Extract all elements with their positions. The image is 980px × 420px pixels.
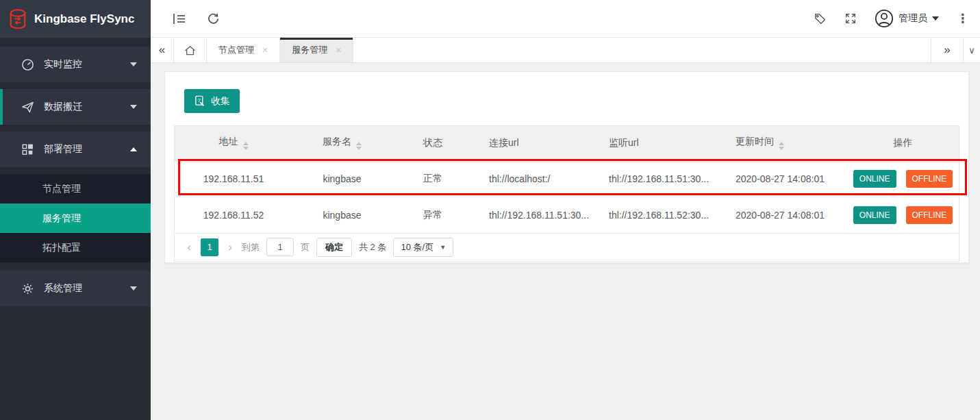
- cell-connect-url: thl://192.168.11.51:30...: [474, 197, 594, 233]
- page-size-select[interactable]: 10 条/页 ▼: [393, 238, 453, 257]
- sidebar-item-data-migration[interactable]: 数据搬迁: [0, 89, 151, 125]
- refresh-icon[interactable]: [207, 12, 220, 25]
- column-header-address[interactable]: 地址: [175, 126, 292, 160]
- main-area: 管理员 ⋮ « 节点管理 × 服务管理 × »: [151, 0, 980, 420]
- tab-label: 节点管理: [218, 44, 254, 56]
- fullscreen-icon[interactable]: [844, 12, 857, 25]
- app-window: Kingbase FlySync 实时监控 数据搬迁: [0, 0, 980, 420]
- chevron-down-icon: ▼: [440, 244, 446, 251]
- column-header-status: 状态: [392, 126, 474, 160]
- sidebar-item-deploy-mgmt[interactable]: 部署管理: [0, 132, 151, 167]
- cell-operation: ONLINE OFFLINE: [847, 160, 959, 197]
- online-button[interactable]: ONLINE: [853, 170, 896, 188]
- topbar-left: [173, 12, 220, 25]
- cell-operation: ONLINE OFFLINE: [847, 197, 959, 233]
- page-unit-label: 页: [301, 241, 310, 254]
- table-header-row: 地址 服务名 状态 连接url: [175, 126, 959, 160]
- user-menu[interactable]: 管理员: [875, 9, 939, 28]
- chevron-down-icon: [130, 62, 137, 66]
- offline-button[interactable]: OFFLINE: [906, 206, 953, 224]
- tabs-scroll-right-icon[interactable]: »: [931, 38, 963, 62]
- collapse-sidebar-icon[interactable]: [173, 13, 186, 25]
- chevron-down-icon: [130, 105, 137, 109]
- cell-status: 正常: [392, 160, 474, 197]
- sort-icon[interactable]: [356, 142, 362, 150]
- tabs-scroll-left-icon[interactable]: «: [151, 38, 174, 62]
- page-number-input[interactable]: [266, 238, 294, 256]
- topbar-right: 管理员 ⋮: [814, 9, 969, 28]
- column-header-updated[interactable]: 更新时间: [720, 126, 847, 160]
- cell-address: 192.168.11.52: [175, 197, 292, 233]
- sidebar-item-label: 数据搬迁: [44, 101, 130, 113]
- cell-listen-url: thl://192.168.11.51:30...: [594, 160, 720, 197]
- top-header: 管理员 ⋮: [151, 0, 980, 38]
- cell-listen-url: thl://192.168.11.52:30...: [594, 197, 720, 233]
- sidebar-nav: 实时监控 数据搬迁: [0, 38, 151, 313]
- user-name-label: 管理员: [899, 12, 927, 25]
- offline-button[interactable]: OFFLINE: [906, 170, 953, 188]
- chevron-up-icon: [130, 147, 137, 151]
- sidebar-item-service-mgmt[interactable]: 服务管理: [0, 203, 151, 233]
- database-sync-icon: [8, 8, 27, 30]
- sidebar-item-label: 部署管理: [44, 143, 130, 156]
- chevron-down-icon: [130, 286, 137, 291]
- table-row: 192.168.11.51 kingbase 正常 thl://localhos…: [175, 160, 959, 197]
- cell-connect-url: thl://localhost:/: [474, 160, 594, 197]
- sidebar-item-label: 系统管理: [44, 282, 130, 295]
- column-header-connect-url: 连接url: [474, 126, 594, 160]
- sidebar-item-topology-config[interactable]: 拓扑配置: [0, 233, 151, 262]
- column-header-listen-url: 监听url: [594, 126, 720, 160]
- content-area: ? 收集: [151, 63, 980, 420]
- goto-page-label: 到第: [242, 241, 260, 254]
- cell-status: 异常: [392, 197, 474, 233]
- deploy-submenu: 节点管理 服务管理 拓扑配置: [0, 174, 151, 262]
- sort-icon[interactable]: [243, 142, 249, 150]
- page-size-value: 10 条/页: [401, 241, 434, 254]
- app-title: Kingbase FlySync: [34, 12, 134, 26]
- table-row: 192.168.11.52 kingbase 异常 thl://192.168.…: [175, 197, 959, 233]
- column-header-operation: 操作: [847, 126, 959, 160]
- next-page-icon[interactable]: ›: [225, 241, 235, 253]
- tab-node-mgmt[interactable]: 节点管理 ×: [207, 38, 280, 62]
- cell-service: kingbase: [292, 160, 392, 197]
- current-page-button[interactable]: 1: [201, 238, 218, 256]
- sidebar-item-label: 实时监控: [44, 58, 130, 71]
- pagination: ‹ 1 › 到第 页 确定 共 2 条 10 条/页 ▼: [175, 234, 959, 261]
- sort-icon[interactable]: [779, 142, 784, 150]
- chevron-down-icon: [932, 16, 939, 21]
- gear-icon: [21, 282, 34, 295]
- close-icon[interactable]: ×: [336, 45, 341, 55]
- collect-button-label: 收集: [211, 95, 230, 108]
- more-menu-icon[interactable]: ⋮: [957, 11, 969, 26]
- service-table-container: 地址 服务名 状态 连接url: [174, 125, 959, 262]
- service-table: 地址 服务名 状态 连接url: [175, 126, 959, 234]
- sidebar-item-system-mgmt[interactable]: 系统管理: [0, 271, 151, 306]
- tabbar-spacer: [353, 38, 931, 62]
- tag-icon[interactable]: [814, 12, 827, 25]
- collect-button[interactable]: ? 收集: [184, 89, 240, 113]
- cell-service: kingbase: [292, 197, 392, 233]
- collect-icon: ?: [194, 95, 205, 107]
- online-button[interactable]: ONLINE: [853, 206, 896, 224]
- column-header-service[interactable]: 服务名: [292, 126, 392, 160]
- grid-layout-icon: [21, 143, 34, 156]
- gauge-icon: [21, 58, 34, 71]
- sidebar-item-realtime-monitor[interactable]: 实时监控: [0, 47, 151, 82]
- tab-service-mgmt[interactable]: 服务管理 ×: [280, 38, 353, 62]
- sidebar-item-node-mgmt[interactable]: 节点管理: [0, 174, 151, 203]
- confirm-page-button[interactable]: 确定: [316, 238, 352, 257]
- home-icon[interactable]: [174, 38, 207, 62]
- tabs-menu-icon[interactable]: ∨: [963, 38, 980, 62]
- cell-updated: 2020-08-27 14:08:01: [720, 197, 847, 233]
- app-logo: Kingbase FlySync: [0, 0, 151, 38]
- prev-page-icon[interactable]: ‹: [184, 241, 194, 253]
- close-icon[interactable]: ×: [262, 45, 268, 55]
- service-card: ? 收集: [164, 71, 969, 263]
- total-count-label: 共 2 条: [359, 241, 386, 254]
- tab-bar: « 节点管理 × 服务管理 × » ∨: [151, 38, 980, 63]
- cell-updated: 2020-08-27 14:08:01: [720, 160, 847, 197]
- cell-address: 192.168.11.51: [175, 160, 292, 197]
- send-icon: [21, 100, 34, 114]
- tab-label: 服务管理: [292, 44, 327, 56]
- sidebar: Kingbase FlySync 实时监控 数据搬迁: [0, 0, 151, 420]
